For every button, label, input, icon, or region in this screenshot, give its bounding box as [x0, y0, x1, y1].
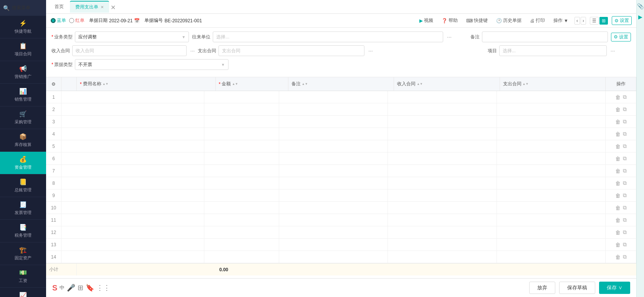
row-note-7[interactable]	[279, 165, 388, 177]
row-expense-13[interactable]	[61, 239, 204, 251]
copy-icon-12[interactable]: ⧉	[623, 229, 627, 236]
bookmark-icon[interactable]: 🔖	[86, 284, 94, 292]
delete-icon-11[interactable]: 🗑	[615, 217, 621, 223]
row-expense-12[interactable]	[61, 226, 204, 238]
sidebar-item-invoice[interactable]: 🧾 发票管理	[0, 197, 46, 220]
row-expense-cont-8[interactable]	[497, 177, 606, 189]
sort-amount[interactable]: ▲▼	[232, 82, 238, 86]
row-expense-4[interactable]	[61, 128, 204, 140]
row-income-12[interactable]	[388, 226, 497, 238]
row-amount-4[interactable]	[204, 128, 279, 140]
row-amount-7[interactable]	[204, 165, 279, 177]
row-note-10[interactable]	[279, 202, 388, 214]
row-expense-cont-9[interactable]	[497, 189, 606, 201]
sidebar-item-tax[interactable]: 📑 税务管理	[0, 220, 46, 242]
row-note-14[interactable]	[279, 251, 388, 263]
project-dots[interactable]: ···	[611, 48, 615, 54]
row-expense-14[interactable]	[61, 251, 204, 263]
attachment-icon[interactable]: 📎	[636, 2, 644, 11]
copy-icon-10[interactable]: ⧉	[623, 204, 627, 211]
note-input[interactable]	[482, 32, 608, 42]
th-setting[interactable]: ⚙	[46, 77, 61, 91]
radio-blue[interactable]: 蓝单	[51, 17, 66, 24]
sort-note[interactable]: ▲▼	[302, 82, 308, 86]
expense-dots[interactable]: ···	[368, 48, 373, 54]
tab-close-费用支出单[interactable]: ✕	[101, 5, 104, 9]
row-expense-3[interactable]	[61, 116, 204, 128]
row-note-4[interactable]	[279, 128, 388, 140]
delete-icon-7[interactable]: 🗑	[615, 168, 621, 174]
table-icon[interactable]: ⊞	[78, 284, 83, 292]
row-expense-cont-5[interactable]	[497, 140, 606, 152]
mic-icon[interactable]: 🎤	[67, 284, 75, 292]
sidebar-item-operations[interactable]: 📈 经营管理	[0, 288, 46, 297]
row-note-13[interactable]	[279, 239, 388, 251]
row-income-13[interactable]	[388, 239, 497, 251]
shortcut-btn[interactable]: ⌨ 快捷键	[464, 17, 490, 25]
sidebar-item-quick-nav[interactable]: ⚡ 快捷导航	[0, 16, 46, 38]
row-income-6[interactable]	[388, 153, 497, 164]
invoice-type-input[interactable]: 不开票 ▼	[75, 59, 228, 70]
video-btn[interactable]: ▶ 视频	[417, 17, 435, 25]
row-income-5[interactable]	[388, 140, 497, 152]
list-view-icon[interactable]: ☰	[590, 17, 599, 25]
delete-icon-3[interactable]: 🗑	[615, 119, 621, 125]
row-expense-cont-2[interactable]	[497, 103, 606, 115]
row-note-1[interactable]	[279, 91, 388, 103]
set-btn-right[interactable]: ⚙ 设置	[611, 33, 631, 41]
window-close-icon[interactable]: ✕	[111, 4, 117, 10]
history-btn[interactable]: 🕐 历史单据	[494, 17, 524, 25]
copy-icon-2[interactable]: ⧉	[623, 106, 627, 113]
delete-icon-8[interactable]: 🗑	[615, 180, 621, 186]
row-amount-3[interactable]	[204, 116, 279, 128]
row-income-4[interactable]	[388, 128, 497, 140]
discard-btn[interactable]: 放弃	[529, 282, 555, 294]
income-dots[interactable]: ···	[190, 48, 195, 54]
sidebar-item-inventory[interactable]: 📦 库存核算	[0, 129, 46, 152]
row-expense-cont-3[interactable]	[497, 116, 606, 128]
row-note-5[interactable]	[279, 140, 388, 152]
sidebar-item-accounting[interactable]: 📒 总账管理	[0, 174, 46, 197]
copy-icon-7[interactable]: ⧉	[623, 168, 627, 174]
row-income-14[interactable]	[388, 251, 497, 263]
delete-icon-14[interactable]: 🗑	[615, 254, 621, 260]
row-income-1[interactable]	[388, 91, 497, 103]
expand-icon[interactable]: ▶	[637, 12, 644, 22]
row-expense-8[interactable]	[61, 177, 204, 189]
prev-arrow[interactable]: ‹	[574, 17, 580, 25]
sort-income[interactable]: ▲▼	[417, 82, 423, 86]
row-note-6[interactable]	[279, 153, 388, 164]
sidebar-item-purchase[interactable]: 🛒 采购管理	[0, 106, 46, 129]
row-note-12[interactable]	[279, 226, 388, 238]
expense-contract-input[interactable]: 支出合同	[219, 45, 364, 56]
row-amount-12[interactable]	[204, 226, 279, 238]
row-expense-5[interactable]	[61, 140, 204, 152]
copy-icon-3[interactable]: ⧉	[623, 118, 627, 125]
radio-red[interactable]: 红单	[69, 17, 84, 24]
row-note-3[interactable]	[279, 116, 388, 128]
row-income-11[interactable]	[388, 214, 497, 226]
copy-icon-13[interactable]: ⧉	[623, 241, 627, 248]
row-income-2[interactable]	[388, 103, 497, 115]
row-income-7[interactable]	[388, 165, 497, 177]
delete-icon-9[interactable]: 🗑	[615, 192, 621, 199]
row-note-8[interactable]	[279, 177, 388, 189]
sidebar-item-fixed-assets[interactable]: 🏗️ 固定资产	[0, 242, 46, 265]
row-expense-cont-14[interactable]	[497, 251, 606, 263]
zhong-icon[interactable]: 中	[60, 284, 65, 291]
row-income-9[interactable]	[388, 189, 497, 201]
sidebar-item-capital[interactable]: 💰 资金管理	[0, 152, 46, 174]
row-expense-10[interactable]	[61, 202, 204, 214]
delete-icon-2[interactable]: 🗑	[615, 106, 621, 113]
delete-icon-5[interactable]: 🗑	[615, 143, 621, 149]
calendar-icon[interactable]: 📅	[134, 18, 140, 23]
copy-icon-6[interactable]: ⧉	[623, 155, 627, 162]
tab-费用支出单[interactable]: 费用支出单✕	[70, 1, 109, 13]
row-amount-1[interactable]	[204, 91, 279, 103]
sort-expense-contract[interactable]: ▲▼	[523, 82, 529, 86]
sort-expense[interactable]: ▲▼	[103, 82, 109, 86]
row-expense-cont-13[interactable]	[497, 239, 606, 251]
row-amount-5[interactable]	[204, 140, 279, 152]
row-expense-cont-1[interactable]	[497, 91, 606, 103]
row-expense-cont-12[interactable]	[497, 226, 606, 238]
